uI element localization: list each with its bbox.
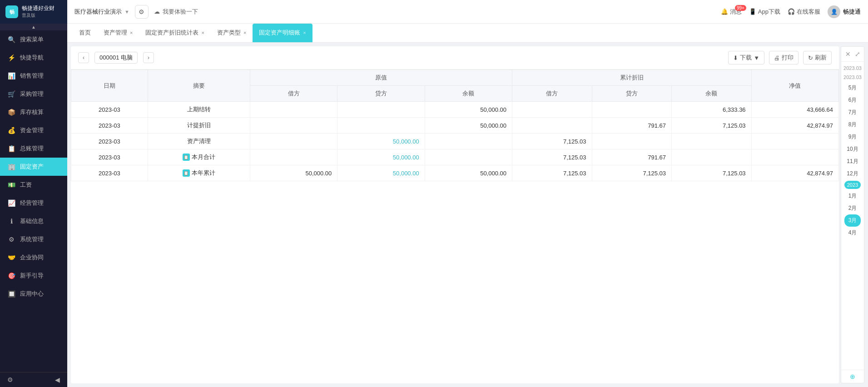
content-toolbar: ‹ 000001 电脑 › ⬇ 下载 ▼ 🖨 打印 ↻ 刷新 bbox=[71, 46, 839, 69]
app-subtitle: 普及版 bbox=[22, 12, 55, 19]
company-selector[interactable]: 医疗器械行业演示 ▼ bbox=[74, 8, 129, 16]
td-orig-credit: 50,000.00 bbox=[337, 165, 425, 181]
sidebar-icon-guide: 🎯 bbox=[7, 272, 15, 280]
panel-month-item[interactable]: 7月 bbox=[841, 106, 864, 119]
sidebar-label-ledger: 总账管理 bbox=[20, 144, 44, 153]
sidebar-scroll-up[interactable]: ▲ bbox=[0, 24, 67, 30]
tab-close-asset-detail[interactable]: × bbox=[303, 30, 306, 35]
th-acc-debit: 借方 bbox=[512, 86, 592, 102]
sidebar-label-fixed-assets: 固定资产 bbox=[20, 163, 44, 171]
sidebar-icon-sales: 📊 bbox=[7, 72, 15, 80]
tab-close-asset-type[interactable]: × bbox=[243, 30, 246, 35]
th-orig-balance: 余额 bbox=[425, 86, 512, 102]
td-acc-debit: 7,125.03 bbox=[512, 149, 592, 165]
td-acc-credit bbox=[592, 134, 672, 149]
right-panel-months: 2023.032023.035月6月7月8月9月10月11月12月20231月2… bbox=[841, 62, 864, 370]
panel-month-item[interactable]: 10月 bbox=[841, 143, 864, 155]
td-orig-debit bbox=[250, 134, 337, 149]
app-title-block: 畅捷通好业财 普及版 bbox=[22, 5, 55, 19]
sidebar-item-quick-nav[interactable]: ⚡ 快捷导航 bbox=[0, 49, 67, 67]
dropdown-arrow-icon: ▼ bbox=[754, 55, 759, 61]
tab-close-asset-management[interactable]: × bbox=[130, 30, 133, 35]
add-period-icon[interactable]: ⊕ bbox=[850, 373, 855, 380]
td-acc-credit: 791.67 bbox=[592, 118, 672, 134]
panel-month-item[interactable]: 5月 bbox=[841, 82, 864, 94]
panel-month-item[interactable]: 6月 bbox=[841, 94, 864, 106]
refresh-btn[interactable]: ↻ 刷新 bbox=[803, 51, 832, 64]
sidebar-icon-purchase: 🛒 bbox=[7, 90, 15, 98]
tab-close-depreciation-table[interactable]: × bbox=[201, 30, 204, 35]
sidebar-item-payroll[interactable]: 💵 工资 bbox=[0, 176, 67, 194]
sidebar-label-guide: 新手引导 bbox=[20, 272, 44, 280]
topbar-right: 🔔 消息 99+ 📱 App下载 🎧 在线客服 👤 畅捷通 bbox=[721, 5, 861, 18]
sidebar-item-search[interactable]: 🔍 搜索菜单 bbox=[0, 30, 67, 49]
th-acc-balance: 余额 bbox=[672, 86, 752, 102]
tab-label-home: 首页 bbox=[79, 29, 91, 37]
tab-home[interactable]: 首页 bbox=[73, 24, 97, 42]
sidebar-icon-system: ⚙ bbox=[7, 235, 15, 243]
sidebar-label-purchase: 采购管理 bbox=[20, 90, 44, 98]
sidebar-icon-search: 🔍 bbox=[7, 35, 15, 44]
panel-active-month[interactable]: 3月 bbox=[844, 214, 861, 227]
bell-icon: 🔔 bbox=[721, 8, 728, 15]
sidebar-item-base-info[interactable]: ℹ 基础信息 bbox=[0, 212, 67, 230]
td-acc-balance: 7,125.03 bbox=[672, 118, 752, 134]
collapse-footer-icon[interactable]: ◀ bbox=[55, 376, 60, 383]
sidebar-item-system[interactable]: ⚙ 系统管理 bbox=[0, 230, 67, 248]
tab-asset-detail[interactable]: 固定资产明细账× bbox=[253, 24, 312, 42]
close-panel-icon[interactable]: ✕ bbox=[845, 50, 851, 58]
print-btn[interactable]: 🖨 打印 bbox=[769, 51, 799, 64]
sidebar-item-sales[interactable]: 📊 销售管理 bbox=[0, 67, 67, 85]
summary-badge: 📋 本月合计 bbox=[183, 153, 215, 161]
sidebar-item-ledger[interactable]: 📋 总账管理 bbox=[0, 139, 67, 158]
topbar-settings-btn[interactable]: ⚙ bbox=[135, 5, 149, 19]
panel-month-item[interactable]: 9月 bbox=[841, 131, 864, 143]
sidebar-item-fixed-assets[interactable]: 🏢 固定资产 bbox=[0, 158, 67, 176]
panel-month-item[interactable]: 2月 bbox=[841, 202, 864, 214]
tab-asset-management[interactable]: 资产管理× bbox=[97, 24, 139, 42]
customer-service-btn[interactable]: 🎧 在线客服 bbox=[788, 8, 820, 16]
panel-month-item[interactable]: 11月 bbox=[841, 155, 864, 168]
panel-month-item[interactable]: 1月 bbox=[841, 190, 864, 202]
sidebar-label-quick-nav: 快捷导航 bbox=[20, 54, 44, 62]
td-summary: 上期结转 bbox=[148, 102, 250, 118]
sidebar-item-purchase[interactable]: 🛒 采购管理 bbox=[0, 85, 67, 103]
experience-btn[interactable]: ☁ 我要体验一下 bbox=[154, 8, 198, 16]
company-arrow-icon: ▼ bbox=[124, 9, 129, 15]
tab-asset-type[interactable]: 资产类型× bbox=[211, 24, 253, 42]
th-summary: 摘要 bbox=[148, 70, 250, 102]
sidebar-icon-collaboration: 🤝 bbox=[7, 253, 15, 262]
notification-btn[interactable]: 🔔 消息 99+ bbox=[721, 8, 742, 16]
panel-month-item[interactable]: 8月 bbox=[841, 119, 864, 131]
sidebar-item-operations[interactable]: 📈 经营管理 bbox=[0, 194, 67, 212]
content-main: ‹ 000001 电脑 › ⬇ 下载 ▼ 🖨 打印 ↻ 刷新 bbox=[71, 46, 839, 383]
user-menu[interactable]: 👤 畅捷通 bbox=[828, 5, 861, 18]
table-row: 2023-03 上期结转 50,000.00 6,333.36 43,666.6… bbox=[71, 102, 839, 118]
sidebar-item-guide[interactable]: 🎯 新手引导 bbox=[0, 267, 67, 285]
th-acc-credit: 贷方 bbox=[592, 86, 672, 102]
right-panel-header: ✕ ⤢ bbox=[841, 47, 864, 62]
download-btn[interactable]: ⬇ 下载 ▼ bbox=[728, 51, 764, 64]
next-asset-btn[interactable]: › bbox=[143, 52, 154, 63]
td-net-value: 42,874.97 bbox=[751, 118, 838, 134]
expand-panel-icon[interactable]: ⤢ bbox=[855, 50, 860, 58]
sidebar-item-collaboration[interactable]: 🤝 企业协同 bbox=[0, 248, 67, 267]
sidebar-label-operations: 经营管理 bbox=[20, 199, 44, 207]
td-date: 2023-03 bbox=[71, 118, 148, 134]
td-summary: 资产清理 bbox=[148, 134, 250, 149]
sidebar-item-finance[interactable]: 💰 资金管理 bbox=[0, 121, 67, 139]
tab-label-asset-management: 资产管理 bbox=[104, 29, 127, 37]
tab-depreciation-table[interactable]: 固定资产折旧统计表× bbox=[139, 24, 210, 42]
sidebar-header: 畅 畅捷通好业财 普及版 bbox=[0, 0, 67, 24]
sidebar-label-payroll: 工资 bbox=[20, 181, 32, 189]
panel-month-item[interactable]: 12月 bbox=[841, 168, 864, 180]
sidebar-item-inventory[interactable]: 📦 库存核算 bbox=[0, 103, 67, 121]
sidebar-item-apps[interactable]: 🔲 应用中心 bbox=[0, 285, 67, 303]
app-download-btn[interactable]: 📱 App下载 bbox=[749, 8, 780, 16]
prev-asset-btn[interactable]: ‹ bbox=[78, 52, 89, 63]
tab-label-asset-detail: 固定资产明细账 bbox=[259, 29, 300, 37]
panel-month-item[interactable]: 4月 bbox=[841, 227, 864, 239]
sidebar-label-search: 搜索菜单 bbox=[20, 35, 44, 44]
sidebar-icon-fixed-assets: 🏢 bbox=[7, 163, 15, 171]
settings-footer-icon[interactable]: ⚙ bbox=[7, 376, 13, 383]
